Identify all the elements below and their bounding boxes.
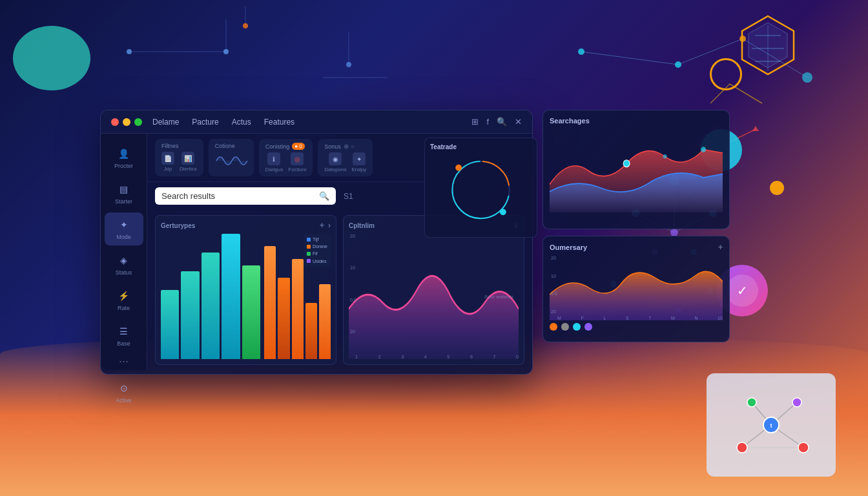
sidebar-item-starter[interactable]: ▤ Starter (105, 177, 143, 210)
filtnes-title: Filtnes (161, 143, 197, 149)
cotione-title: Cotione (215, 143, 247, 149)
chart-icon: 📊 (181, 152, 194, 165)
right-panel-section: Searchages (542, 110, 730, 342)
sidebar: 👤 Procter ▤ Starter ✦ Mode ◈ Status ⚡ Ra… (101, 134, 147, 370)
status-icon: ◈ (117, 253, 131, 267)
profile-icon: 👤 (117, 147, 131, 161)
sidebar-label-status: Status (116, 269, 132, 276)
doc-label: Jdp (164, 166, 172, 172)
chart-label: Diertics (180, 166, 197, 172)
filtnes-chart[interactable]: 📊 Diertics (180, 152, 197, 172)
wave-icon (215, 152, 247, 170)
toolbar-conisting: Conisting ● 0 ℹ Darigus ◎ Foctioni (259, 139, 313, 176)
nav-bar: Delame Pacture Actus Features (152, 118, 461, 127)
eye-label: Datopons (324, 167, 346, 172)
sidebar-item-rate[interactable]: ⚡ Rate (105, 284, 143, 316)
panel-gerturypes-title: Gerturypes + › (161, 221, 331, 230)
svg-point-37 (701, 147, 706, 152)
svg-text:t: t (770, 422, 772, 429)
nav-features[interactable]: Features (264, 118, 294, 127)
bar-8 (292, 259, 304, 359)
search-results-svg (550, 129, 723, 212)
filtnes-icons: 📄 Jdp 📊 Diertics (161, 152, 197, 172)
nav-actus[interactable]: Actus (232, 118, 251, 127)
close-icon[interactable]: ✕ (515, 117, 522, 127)
sidebar-label-active: Active (116, 397, 132, 404)
maximize-dot[interactable] (134, 118, 142, 126)
tealtrade-card: Teatrade (424, 138, 537, 238)
sonus-star[interactable]: ✦ Endpy (352, 152, 367, 172)
conisting-icons: ℹ Darigus ◎ Foctioni (265, 152, 307, 172)
sidebar-item-status[interactable]: ◈ Status (105, 248, 143, 281)
svg-point-38 (663, 154, 667, 159)
search-icon[interactable]: 🔍 (497, 117, 507, 127)
currency-chart-area: 20100.020 MFLS7MN10 (550, 256, 723, 320)
svg-point-45 (737, 442, 747, 453)
gerturypes-actions: + › (320, 221, 331, 230)
sidebar-item-active[interactable]: ⊙ Active (105, 376, 143, 409)
title-bar: Delame Pacture Actus Features ⊞ f 🔍 ✕ (101, 110, 532, 134)
wave-chart-area: 20100.020 12345670 Aluo wateles (349, 234, 519, 359)
search-input[interactable] (161, 191, 314, 201)
conisting-info[interactable]: ℹ Darigus (265, 152, 284, 172)
svg-point-47 (747, 398, 756, 407)
sidebar-label-base: Base (117, 340, 130, 347)
sonus-title: Sonus (324, 143, 341, 150)
star-label: Endpy (352, 167, 367, 172)
sidebar-item-profile[interactable]: 👤 Procter (105, 141, 143, 174)
dot-gray (561, 323, 569, 331)
search-box: 🔍 (155, 187, 336, 205)
network-svg: t (719, 383, 823, 467)
nav-delame[interactable]: Delame (152, 118, 179, 127)
sidebar-label-mode: Mode (116, 234, 131, 240)
circle-decoration (710, 58, 742, 90)
sidebar-item-base[interactable]: ☰ Base (105, 319, 143, 352)
grid-icon[interactable]: ⊞ (471, 117, 479, 127)
dot-orange (550, 323, 557, 331)
sonus-eye[interactable]: ◉ Datopons (324, 152, 346, 172)
gerturypes-label: Gerturypes (161, 222, 195, 229)
currency-x-labels: MFLS7MN10 (557, 316, 723, 320)
bar-chart-left (161, 234, 260, 359)
conisting-badge: ● 0 (292, 143, 305, 150)
gerturypes-next[interactable]: › (328, 221, 331, 230)
sidebar-item-mode[interactable]: ✦ Mode (105, 212, 143, 245)
search-submit-icon[interactable]: 🔍 (319, 191, 329, 201)
nav-pacture[interactable]: Pacture (192, 118, 218, 127)
target-label: Foctioni (288, 167, 306, 172)
bar-5 (242, 265, 260, 360)
sidebar-more-dots[interactable]: ··· (119, 355, 129, 367)
search-results-chart (550, 129, 723, 212)
filtnes-doc[interactable]: 📄 Jdp (161, 152, 174, 172)
bar-1 (161, 290, 179, 359)
hex-decoration (732, 13, 803, 84)
gerturypes-add[interactable]: + (320, 221, 324, 230)
conisting-target[interactable]: ◎ Foctioni (288, 152, 306, 172)
svg-point-34 (455, 165, 462, 171)
sidebar-label-starter: Starter (115, 198, 132, 205)
bar-chart-right: Tljf Dorane Fif Usides (264, 234, 331, 359)
minimize-dot[interactable] (123, 118, 130, 126)
bar-2 (181, 271, 199, 359)
info-label: Darigus (265, 167, 284, 172)
facebook-icon[interactable]: f (486, 117, 489, 127)
currency-y-labels: 20100.020 (551, 256, 557, 314)
svg-point-35 (500, 209, 506, 215)
toolbar-cotione: Cotione (209, 139, 254, 176)
tealtrade-svg (430, 154, 532, 225)
info-icon: ℹ (267, 152, 280, 165)
sidebar-label-rate: Rate (118, 305, 130, 311)
window-controls (111, 118, 142, 126)
svg-point-46 (798, 442, 809, 453)
close-dot[interactable] (111, 118, 119, 126)
bar-6 (264, 246, 276, 359)
search-count: S1 (344, 192, 353, 201)
conisting-title: Conisting (265, 143, 290, 150)
search-results-card: Searchages (542, 110, 730, 229)
cpltnlim-label: Cpltnlim (349, 222, 375, 229)
title-bar-actions: ⊞ f 🔍 ✕ (471, 117, 522, 127)
currency-card: Oumersary + 20100.020 MFLS7MN10 (542, 236, 730, 342)
bar-3 (202, 253, 220, 359)
currency-action[interactable]: + (718, 243, 723, 252)
x-axis-labels: 12345670 (355, 355, 519, 359)
